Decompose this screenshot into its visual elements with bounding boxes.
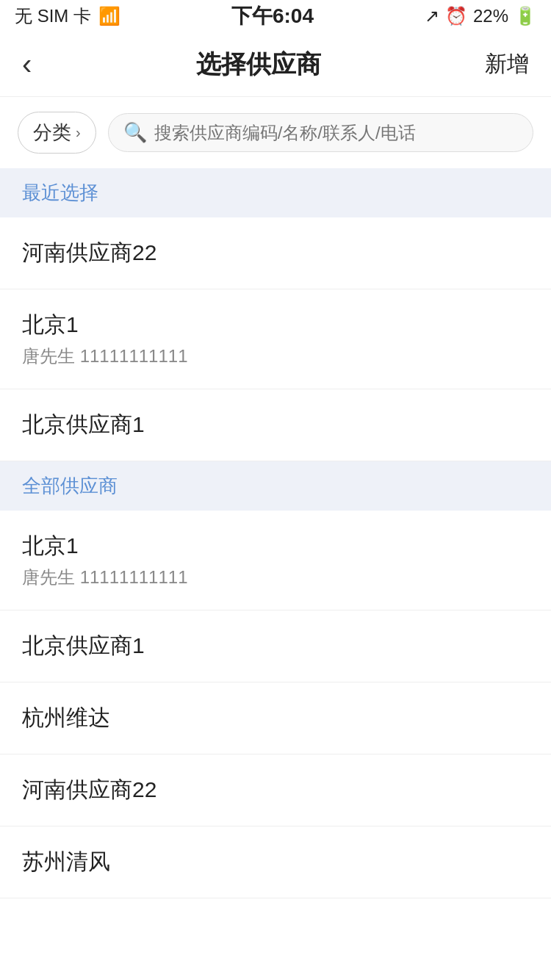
nav-bar: ‹ 选择供应商 新增 — [0, 32, 551, 97]
location-icon: ↗ — [425, 6, 439, 26]
item-name: 北京供应商1 — [22, 631, 529, 661]
battery-label: 22% — [473, 6, 508, 26]
chevron-right-icon: › — [76, 124, 81, 141]
list-item[interactable]: 河南供应商22 — [0, 217, 551, 289]
wifi-icon: 📶 — [98, 6, 120, 26]
battery-icon: 🔋 — [514, 6, 536, 26]
section-header-all: 全部供应商 — [0, 461, 551, 511]
filter-bar: 分类 › 🔍 — [0, 97, 551, 168]
status-time: 下午6:04 — [231, 2, 314, 30]
page-title: 选择供应商 — [196, 48, 321, 82]
add-button[interactable]: 新增 — [485, 49, 529, 79]
item-name: 杭州维达 — [22, 703, 529, 733]
item-name: 河南供应商22 — [22, 775, 529, 805]
section-header-recent: 最近选择 — [0, 168, 551, 217]
back-button[interactable]: ‹ — [22, 48, 32, 81]
carrier-label: 无 SIM 卡 — [15, 4, 91, 28]
item-name: 北京供应商1 — [22, 410, 529, 440]
list-item[interactable]: 北京供应商1 — [0, 610, 551, 682]
item-name: 北京1 — [22, 310, 529, 340]
list-item[interactable]: 北京供应商1 — [0, 389, 551, 461]
status-right: ↗ ⏰ 22% 🔋 — [425, 6, 536, 26]
item-name: 河南供应商22 — [22, 238, 529, 268]
list-item[interactable]: 河南供应商22 — [0, 754, 551, 826]
search-input[interactable] — [154, 123, 518, 143]
supplier-list: 最近选择河南供应商22北京1唐先生 11111111111北京供应商1全部供应商… — [0, 168, 551, 898]
category-label: 分类 — [33, 120, 71, 145]
search-icon: 🔍 — [123, 121, 147, 144]
item-sub: 唐先生 11111111111 — [22, 566, 529, 589]
list-item[interactable]: 苏州清风 — [0, 826, 551, 898]
category-filter[interactable]: 分类 › — [18, 112, 96, 154]
search-box[interactable]: 🔍 — [108, 113, 533, 152]
item-name: 北京1 — [22, 531, 529, 561]
alarm-icon: ⏰ — [445, 6, 467, 26]
status-bar: 无 SIM 卡 📶 下午6:04 ↗ ⏰ 22% 🔋 — [0, 0, 551, 32]
list-item[interactable]: 北京1唐先生 11111111111 — [0, 511, 551, 610]
status-left: 无 SIM 卡 📶 — [15, 4, 120, 28]
item-sub: 唐先生 11111111111 — [22, 345, 529, 368]
list-item[interactable]: 杭州维达 — [0, 682, 551, 754]
item-name: 苏州清风 — [22, 847, 529, 877]
list-item[interactable]: 北京1唐先生 11111111111 — [0, 289, 551, 389]
